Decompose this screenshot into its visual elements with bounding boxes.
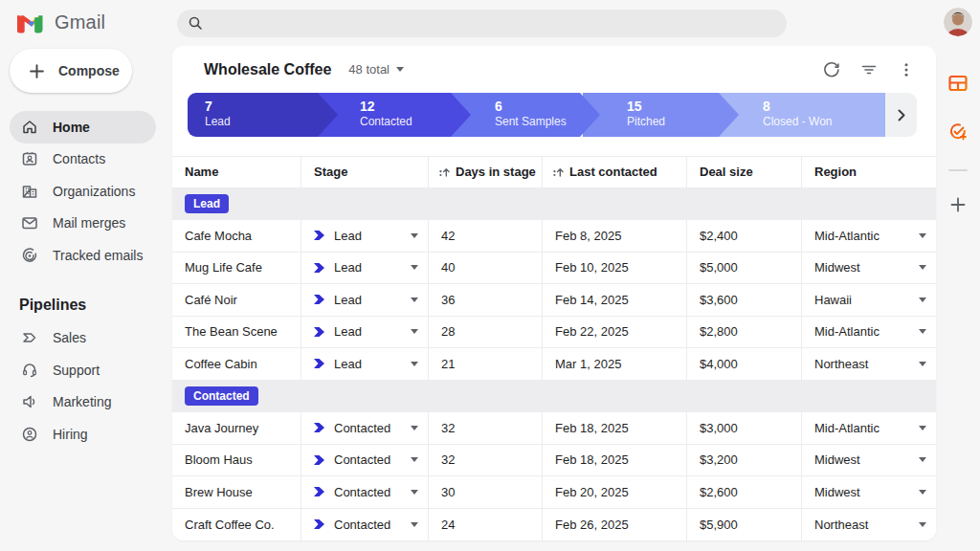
column-header-deal-size[interactable]: Deal size xyxy=(687,157,802,187)
stage-select[interactable]: Lead xyxy=(301,284,429,316)
cell-name[interactable]: The Bean Scene xyxy=(172,317,301,348)
column-header-last-contacted[interactable]: Last contacted xyxy=(543,157,687,187)
pipeline-card-header: Wholesale Coffee 48 total xyxy=(172,46,936,93)
region-select[interactable]: Mid-Atlantic xyxy=(802,220,936,252)
stage-segment-contacted[interactable]: 12Contacted xyxy=(318,93,471,137)
stage-segment-lead[interactable]: 7Lead xyxy=(188,93,338,137)
sidebar-item-tracked-emails[interactable]: Tracked emails xyxy=(10,239,156,272)
table-row[interactable]: Java JourneyContacted32Feb 18, 2025$3,00… xyxy=(172,412,936,445)
table-row[interactable]: The Bean SceneLead28Feb 22, 2025$2,800Mi… xyxy=(172,317,936,349)
cell-name[interactable]: Bloom Haus xyxy=(172,445,301,476)
stage-select[interactable]: Contacted xyxy=(301,476,429,508)
cell-days-in-stage: 32 xyxy=(429,412,543,444)
column-header-region[interactable]: Region xyxy=(802,157,936,187)
group-badge-contacted[interactable]: Contacted xyxy=(185,386,258,406)
stage-scroll-next-button[interactable] xyxy=(885,93,917,137)
stage-arrow-icon xyxy=(314,263,325,273)
chevron-down-icon xyxy=(919,522,926,527)
table-row[interactable]: Craft Coffee Co.Contacted24Feb 26, 2025$… xyxy=(172,509,936,541)
region-value: Northeast xyxy=(814,518,868,532)
check-plus-icon xyxy=(948,122,968,142)
rail-divider xyxy=(948,169,968,171)
cell-days-in-stage: 42 xyxy=(429,220,543,252)
stage-segment-pitched[interactable]: 15Pitched xyxy=(583,93,739,137)
chevron-down-icon xyxy=(411,457,418,462)
stage-value: Contacted xyxy=(334,518,390,532)
cell-name[interactable]: Mug Life Cafe xyxy=(172,253,301,284)
cell-name[interactable]: Coffee Cabin xyxy=(172,348,301,380)
region-select[interactable]: Mid-Atlantic xyxy=(802,412,936,444)
stage-select[interactable]: Contacted xyxy=(301,445,429,476)
task-check-button[interactable] xyxy=(948,122,968,142)
column-label: Stage xyxy=(314,165,347,179)
column-header-stage[interactable]: Stage xyxy=(301,157,429,187)
table-row[interactable]: Cafe MochaLead42Feb 8, 2025$2,400Mid-Atl… xyxy=(172,220,936,253)
sidebar-item-home[interactable]: Home xyxy=(10,111,156,143)
chevron-down-icon xyxy=(396,67,404,72)
cell-last-contacted: Feb 22, 2025 xyxy=(543,317,687,348)
sidebar-item-support[interactable]: Support xyxy=(10,354,156,386)
stage-select[interactable]: Lead xyxy=(301,317,429,348)
gmail-logo[interactable]: Gmail xyxy=(0,0,172,33)
sidebar-item-hiring[interactable]: Hiring xyxy=(10,418,156,451)
region-select[interactable]: Midwest xyxy=(802,445,936,476)
stage-label: Lead xyxy=(205,115,338,129)
chevron-down-icon xyxy=(411,490,418,495)
search-bar[interactable] xyxy=(177,10,787,37)
stage-value: Contacted xyxy=(334,421,390,435)
stage-select[interactable]: Contacted xyxy=(301,509,429,541)
group-badge-lead[interactable]: Lead xyxy=(185,194,229,213)
table-row[interactable]: Brew HouseContacted30Feb 20, 2025$2,600M… xyxy=(172,476,936,509)
cell-name[interactable]: Craft Coffee Co. xyxy=(172,509,301,541)
stage-value: Lead xyxy=(334,357,362,371)
region-select[interactable]: Midwest xyxy=(802,253,936,284)
cell-deal-size: $2,400 xyxy=(687,220,802,252)
stage-select[interactable]: Lead xyxy=(301,220,429,252)
column-header-days-in-stage[interactable]: Days in stage xyxy=(429,157,543,187)
stage-select[interactable]: Lead xyxy=(301,253,429,284)
stage-segment-closed-won[interactable]: 8Closed - Won xyxy=(719,93,885,137)
chevron-down-icon xyxy=(411,426,418,430)
region-select[interactable]: Northeast xyxy=(802,509,936,541)
table-row[interactable]: Bloom HausContacted32Feb 18, 2025$3,200M… xyxy=(172,445,936,477)
avatar[interactable] xyxy=(944,8,972,36)
compose-button[interactable]: Compose xyxy=(10,49,132,93)
refresh-button[interactable] xyxy=(821,59,842,80)
streak-pipelines-button[interactable] xyxy=(948,75,968,92)
cell-deal-size: $2,800 xyxy=(687,317,802,348)
column-label: Last contacted xyxy=(569,165,657,179)
stage-select[interactable]: Lead xyxy=(301,348,429,380)
region-select[interactable]: Hawaii xyxy=(802,284,936,316)
stage-label: Contacted xyxy=(360,115,471,129)
cell-last-contacted: Feb 8, 2025 xyxy=(543,220,687,252)
stage-count: 7 xyxy=(205,99,338,115)
column-header-name[interactable]: Name xyxy=(172,157,301,187)
cell-deal-size: $4,000 xyxy=(687,348,802,380)
add-integration-button[interactable] xyxy=(949,196,967,213)
stage-segment-sent-samples[interactable]: 6Sent Samples xyxy=(451,93,600,137)
sidebar-item-marketing[interactable]: Marketing xyxy=(10,386,156,419)
region-select[interactable]: Midwest xyxy=(802,476,936,508)
sidebar-item-mail-merges[interactable]: Mail merges xyxy=(10,208,156,240)
cell-name[interactable]: Brew House xyxy=(172,476,301,508)
filter-button[interactable] xyxy=(858,59,880,80)
table-row[interactable]: Coffee CabinLead21Mar 1, 2025$4,000North… xyxy=(172,348,936,381)
total-dropdown[interactable]: 48 total xyxy=(348,62,404,77)
cell-last-contacted: Feb 10, 2025 xyxy=(543,253,687,284)
sidebar-item-sales[interactable]: Sales xyxy=(10,322,156,355)
table-row[interactable]: Mug Life CafeLead40Feb 10, 2025$5,000Mid… xyxy=(172,253,936,285)
region-select[interactable]: Northeast xyxy=(802,348,936,380)
cell-last-contacted: Mar 1, 2025 xyxy=(543,348,687,380)
cell-name[interactable]: Cafe Mocha xyxy=(172,220,301,252)
search-input[interactable] xyxy=(211,16,787,31)
stage-arrow-icon xyxy=(314,487,325,496)
region-select[interactable]: Mid-Atlantic xyxy=(802,317,936,348)
chevron-down-icon xyxy=(919,265,926,270)
cell-name[interactable]: Java Journey xyxy=(172,412,301,444)
cell-name[interactable]: Café Noir xyxy=(172,284,301,316)
sidebar-item-organizations[interactable]: Organizations xyxy=(10,175,156,208)
stage-select[interactable]: Contacted xyxy=(301,412,429,444)
table-row[interactable]: Café NoirLead36Feb 14, 2025$3,600Hawaii xyxy=(172,284,936,317)
sidebar-item-contacts[interactable]: Contacts xyxy=(10,143,156,176)
more-options-button[interactable] xyxy=(896,59,917,80)
